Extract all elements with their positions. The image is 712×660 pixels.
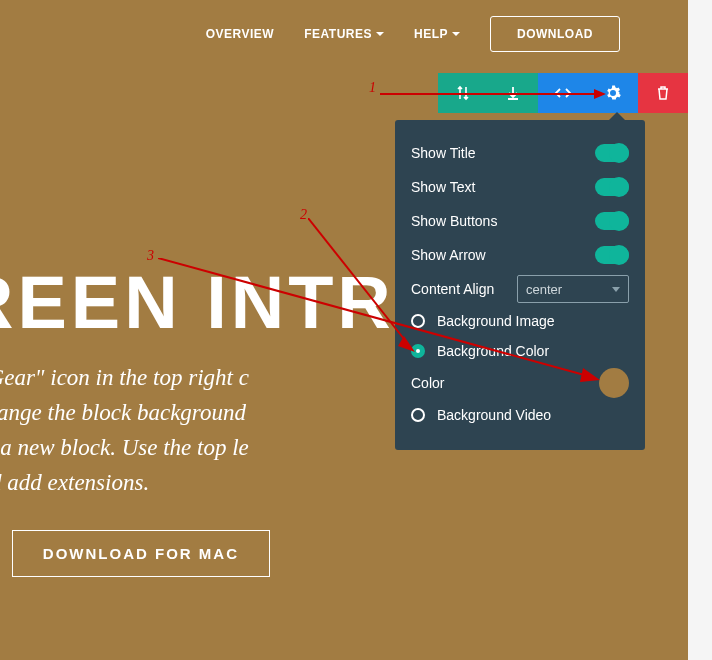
- bg-video-label: Background Video: [437, 407, 551, 423]
- move-button[interactable]: [438, 73, 488, 113]
- hero-sub-line: ner to add a new block. Use the top le: [0, 430, 440, 465]
- show-arrow-row: Show Arrow: [411, 238, 629, 272]
- show-buttons-row: Show Buttons: [411, 204, 629, 238]
- caret-down-icon: [452, 32, 460, 36]
- nav-features[interactable]: FEATURES: [304, 27, 384, 41]
- content-align-select[interactable]: center: [517, 275, 629, 303]
- caret-down-icon: [376, 32, 384, 36]
- hero-section: OVERVIEW FEATURES HELP DOWNLOAD REEN INT…: [0, 0, 688, 660]
- download-icon: [506, 85, 520, 101]
- show-title-toggle[interactable]: [595, 144, 629, 162]
- gear-icon: [605, 85, 621, 101]
- hero-subtitle: ick blue "Gear" icon in the top right c …: [0, 360, 440, 500]
- show-text-toggle[interactable]: [595, 178, 629, 196]
- download-mac-button[interactable]: DOWNLOAD FOR MAC: [12, 530, 270, 577]
- radio-icon: [411, 314, 425, 328]
- show-buttons-label: Show Buttons: [411, 213, 497, 229]
- nav-help[interactable]: HELP: [414, 27, 460, 41]
- gear-button[interactable]: [588, 73, 638, 113]
- hero-buttons: OWS DOWNLOAD FOR MAC: [0, 530, 270, 577]
- bg-color-label: Background Color: [437, 343, 549, 359]
- nav-features-label: FEATURES: [304, 27, 372, 41]
- color-row: Color: [411, 366, 629, 400]
- hero-sub-line: itle and change the block background: [0, 395, 440, 430]
- bg-color-row[interactable]: Background Color: [411, 336, 629, 366]
- block-toolbar: [438, 73, 688, 113]
- show-title-row: Show Title: [411, 136, 629, 170]
- chevron-down-icon: [612, 287, 620, 292]
- show-buttons-toggle[interactable]: [595, 212, 629, 230]
- nav-help-label: HELP: [414, 27, 448, 41]
- delete-button[interactable]: [638, 73, 688, 113]
- show-arrow-toggle[interactable]: [595, 246, 629, 264]
- annotation-3-label: 3: [147, 248, 154, 264]
- move-icon: [456, 85, 470, 101]
- hero-title: REEN INTRO: [0, 260, 456, 345]
- show-title-label: Show Title: [411, 145, 476, 161]
- radio-icon: [411, 408, 425, 422]
- show-text-row: Show Text: [411, 170, 629, 204]
- hero-sub-line: ick blue "Gear" icon in the top right c: [0, 360, 440, 395]
- hero-sub-line: s, sites and add extensions.: [0, 465, 440, 500]
- nav-overview[interactable]: OVERVIEW: [206, 27, 274, 41]
- color-swatch[interactable]: [599, 368, 629, 398]
- content-align-row: Content Align center: [411, 272, 629, 306]
- right-sidebar: [689, 0, 712, 660]
- code-icon: [554, 86, 572, 100]
- color-label: Color: [411, 375, 444, 391]
- content-align-label: Content Align: [411, 281, 494, 297]
- bg-image-label: Background Image: [437, 313, 555, 329]
- content-align-value: center: [526, 282, 562, 297]
- download-button[interactable]: DOWNLOAD: [490, 16, 620, 52]
- code-button[interactable]: [538, 73, 588, 113]
- radio-selected-icon: [411, 344, 425, 358]
- bg-video-row[interactable]: Background Video: [411, 400, 629, 430]
- save-button[interactable]: [488, 73, 538, 113]
- annotation-1-label: 1: [369, 80, 376, 96]
- top-nav: OVERVIEW FEATURES HELP DOWNLOAD: [0, 16, 688, 52]
- bg-image-row[interactable]: Background Image: [411, 306, 629, 336]
- show-arrow-label: Show Arrow: [411, 247, 486, 263]
- settings-panel: Show Title Show Text Show Buttons Show A…: [395, 120, 645, 450]
- trash-icon: [656, 85, 670, 101]
- annotation-2-label: 2: [300, 207, 307, 223]
- show-text-label: Show Text: [411, 179, 475, 195]
